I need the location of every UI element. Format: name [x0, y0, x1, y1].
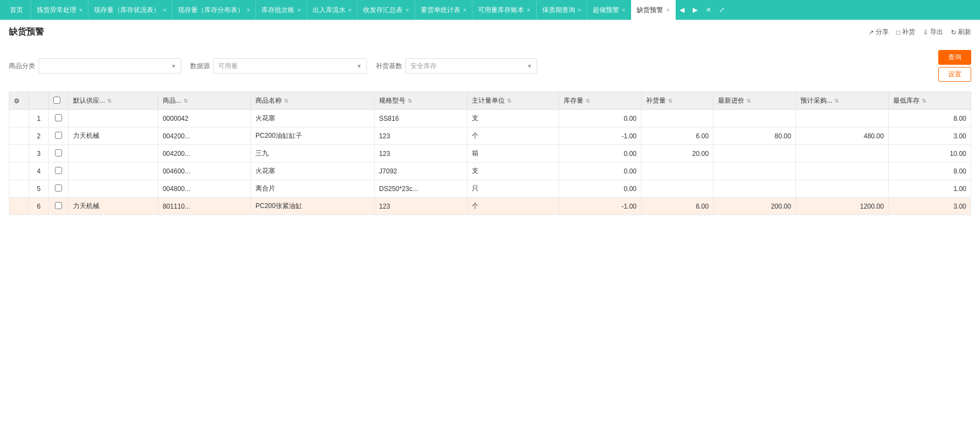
tab-8-close[interactable]: × [527, 7, 530, 13]
row-num: 2 [29, 127, 49, 145]
row-checkbox[interactable] [55, 167, 62, 174]
row-replenish-qty [641, 180, 713, 198]
tab-6-close[interactable]: × [405, 7, 409, 13]
row-stock: 0.00 [559, 180, 641, 198]
th-latest-price[interactable]: 最新进价 ⇅ [714, 92, 796, 110]
tab-10-close[interactable]: × [622, 7, 625, 13]
row-latest-price: 200.00 [714, 198, 796, 215]
row-checkbox[interactable] [55, 132, 62, 139]
row-num: 6 [29, 198, 49, 215]
row-num: 1 [29, 110, 49, 127]
th-replenish-label: 补货量 [646, 96, 666, 105]
tab-7[interactable]: 要货单统计表 × [415, 0, 472, 20]
th-replenish[interactable]: 补货量 ⇅ [641, 92, 713, 110]
tab-1[interactable]: 拣货异常处理 × [31, 0, 88, 20]
row-gear-cell[interactable] [9, 110, 29, 127]
tab-nav-close[interactable]: ✕ [702, 0, 715, 20]
row-replenish-qty [641, 163, 713, 180]
row-checkbox-cell[interactable] [49, 127, 69, 145]
tab-1-label: 拣货异常处理 [37, 5, 76, 15]
category-filter-group: 商品分类 ▼ [9, 58, 181, 74]
row-checkbox[interactable] [55, 114, 62, 121]
row-code: 004600... [158, 163, 251, 180]
tab-home[interactable]: 首页 [2, 0, 31, 20]
tab-2[interactable]: 现存量（库存状况表） × [88, 0, 172, 20]
th-check[interactable] [49, 92, 69, 110]
th-gear[interactable]: ⚙ [9, 92, 29, 110]
th-spec[interactable]: 规格型号 ⇅ [375, 92, 467, 110]
row-checkbox[interactable] [55, 149, 62, 156]
th-name[interactable]: 商品名称 ⇅ [250, 92, 374, 110]
row-checkbox[interactable] [55, 184, 62, 192]
category-select[interactable]: ▼ [38, 58, 181, 74]
tab-5-label: 出入库流水 [313, 5, 346, 15]
row-gear-cell[interactable] [9, 145, 29, 163]
th-minstock[interactable]: 最低库存 ⇅ [888, 92, 971, 110]
tab-2-close[interactable]: × [163, 7, 166, 13]
export-label: 导出 [930, 27, 943, 37]
tab-3-label: 现存量（库存分布表） [178, 5, 244, 15]
row-checkbox-cell[interactable] [49, 110, 69, 127]
datasource-label: 数据源 [190, 61, 210, 71]
table-row: 2 力天机械 004200... PC200油缸缸子 123 个 -1.00 6… [9, 127, 971, 145]
row-gear-cell[interactable] [9, 180, 29, 198]
tab-1-close[interactable]: × [79, 7, 82, 13]
row-checkbox[interactable] [55, 202, 62, 209]
tab-3-close[interactable]: × [247, 7, 250, 13]
tab-9[interactable]: 保质期查询 × [537, 0, 587, 20]
refresh-icon: ↻ [951, 29, 956, 36]
row-num: 5 [29, 180, 49, 198]
th-forecast[interactable]: 预计采购... ⇅ [796, 92, 889, 110]
replenish-button[interactable]: □ 补货 [897, 27, 915, 37]
tab-2-label: 现存量（库存状况表） [94, 5, 160, 15]
replenish-select[interactable]: 安全库存 ▼ [405, 58, 537, 74]
th-unit[interactable]: 主计量单位 ⇅ [467, 92, 559, 110]
tab-3[interactable]: 现存量（库存分布表） × [172, 0, 256, 20]
replenish-value: 安全库存 [410, 61, 437, 71]
gear-icon[interactable]: ⚙ [14, 97, 20, 105]
datasource-select[interactable]: 可用量 ▼ [213, 58, 367, 74]
th-code[interactable]: 商品... ⇅ [158, 92, 251, 110]
share-icon: ↗ [868, 29, 874, 36]
row-checkbox-cell[interactable] [49, 145, 69, 163]
row-replenish-qty: 6.00 [641, 127, 713, 145]
share-button[interactable]: ↗ 分享 [868, 27, 889, 37]
settings-button[interactable]: 设置 [938, 67, 971, 82]
row-gear-cell[interactable] [9, 127, 29, 145]
tab-8[interactable]: 可用量库存账本 × [472, 0, 536, 20]
tab-7-close[interactable]: × [463, 7, 466, 13]
row-gear-cell[interactable] [9, 198, 29, 215]
tab-10-label: 超储预警 [593, 5, 619, 15]
refresh-button[interactable]: ↻ 刷新 [951, 27, 971, 37]
tab-6-label: 收发存汇总表 [363, 5, 403, 15]
tab-4[interactable]: 库存批次账 × [256, 0, 307, 20]
row-gear-cell[interactable] [9, 163, 29, 180]
select-all-checkbox[interactable] [53, 97, 60, 104]
tab-nav-expand[interactable]: ⤢ [715, 0, 728, 20]
row-spec: DS250*23c... [375, 180, 467, 198]
query-button[interactable]: 查询 [938, 50, 971, 65]
tab-nav-prev[interactable]: ◀ [676, 0, 689, 20]
export-button[interactable]: ⇩ 导出 [923, 27, 943, 37]
tab-10[interactable]: 超储预警 × [587, 0, 631, 20]
tab-6[interactable]: 收发存汇总表 × [358, 0, 415, 20]
tab-5-close[interactable]: × [348, 7, 352, 13]
tab-nav-next[interactable]: ▶ [689, 0, 702, 20]
th-stock[interactable]: 库存量 ⇅ [559, 92, 641, 110]
row-checkbox-cell[interactable] [49, 180, 69, 198]
tab-11-close[interactable]: × [666, 7, 669, 13]
stock-sort-icon: ⇅ [586, 98, 590, 104]
row-latest-price [714, 163, 796, 180]
table-row: 3 004200... 三九 123 箱 0.00 20.00 10.00 [9, 145, 971, 163]
tab-4-close[interactable]: × [297, 7, 300, 13]
th-name-label: 商品名称 [255, 96, 282, 105]
tab-11[interactable]: 缺货预警 × [631, 0, 675, 20]
th-supplier[interactable]: 默认供应... ⇅ [69, 92, 158, 110]
row-checkbox-cell[interactable] [49, 163, 69, 180]
tab-9-close[interactable]: × [578, 7, 581, 13]
tab-5[interactable]: 出入库流水 × [307, 0, 358, 20]
tab-9-label: 保质期查询 [542, 5, 575, 15]
row-spec: SS816 [375, 110, 467, 127]
row-unit: 个 [467, 198, 559, 215]
row-checkbox-cell[interactable] [49, 198, 69, 215]
